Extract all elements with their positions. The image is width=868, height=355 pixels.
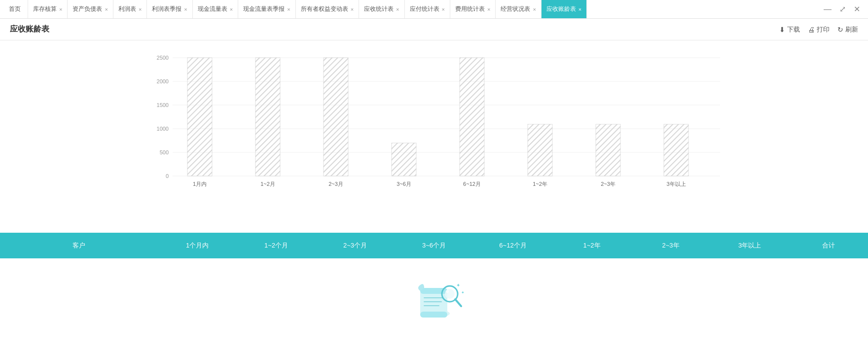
svg-line-30 [455,299,461,306]
th-total: 合计 [789,241,868,250]
tab-home[interactable]: 首页 [2,0,28,19]
bar-1-2year [528,124,552,176]
th-3year-plus: 3年以上 [710,241,789,250]
print-icon: 🖨 [808,26,815,34]
th-6-12month: 6~12个月 [473,241,552,250]
svg-text:2~3月: 2~3月 [328,181,343,187]
tab-yingshou-zl[interactable]: 应收账龄表 × [542,0,587,19]
close-icon[interactable]: × [287,6,290,12]
tab-label: 利润表 [118,5,136,13]
maximize-icon[interactable]: ⤢ [837,3,848,15]
tab-label: 所有者权益变动表 [301,5,348,13]
th-1-2year: 1~2年 [552,241,631,250]
tab-zichan[interactable]: 资产负债表 × [68,0,113,19]
th-2-3year: 2~3年 [631,241,710,250]
svg-text:1月内: 1月内 [193,181,207,187]
download-icon: ⬇ [779,26,785,34]
close-icon[interactable]: × [105,6,108,12]
close-icon[interactable]: × [351,6,354,12]
refresh-button[interactable]: ↻ 刷新 [837,25,858,34]
bar-2-3year [596,124,620,176]
tab-yingfu-tj[interactable]: 应付统计表 × [405,0,450,19]
svg-text:3~6月: 3~6月 [397,181,411,187]
th-1-2month: 1~2个月 [237,241,316,250]
svg-text:0: 0 [166,173,169,179]
svg-text:6~12月: 6~12月 [463,181,481,187]
bar-chart: 2500 2000 1500 1000 500 0 1月内 1~2月 2~3月 … [20,50,848,198]
tab-label: 现金流量表季报 [243,5,285,13]
close-icon[interactable]: × [230,6,233,12]
bar-6-12month [460,58,484,176]
header-actions: ⬇ 下载 🖨 打印 ↻ 刷新 [779,25,858,34]
tab-label: 费用统计表 [455,5,485,13]
svg-text:3年以上: 3年以上 [666,181,686,187]
page-header: 应收账龄表 ⬇ 下载 🖨 打印 ↻ 刷新 [0,19,868,40]
empty-state: ✦ ✦ [0,258,868,322]
empty-illustration: ✦ ✦ [409,273,459,313]
bar-1-2month [255,58,280,176]
tab-label: 利润表季报 [152,5,181,13]
empty-svg: ✦ ✦ [409,273,469,322]
svg-text:✦: ✦ [461,290,465,295]
bar-1month [187,58,212,176]
tab-xianjin[interactable]: 现金流量表 × [193,0,238,19]
close-icon[interactable]: × [579,6,581,12]
page-title: 应收账龄表 [10,24,49,35]
close-icon[interactable]: × [396,6,399,12]
refresh-icon: ↻ [837,26,843,34]
table-header: 客户 1个月内 1~2个月 2~3个月 3~6个月 6~12个月 1~2年 2~… [0,233,868,258]
svg-point-31 [446,290,449,293]
tab-label: 应付统计表 [410,5,439,13]
svg-text:1~2月: 1~2月 [260,181,275,187]
bar-3year-plus [664,124,688,176]
close-icon[interactable]: × [59,6,62,12]
tab-lirun-jibao[interactable]: 利润表季报 × [147,0,192,19]
close-icon[interactable]: × [442,6,445,12]
tab-bar-right: — ⤢ ✕ [822,3,866,15]
bar-3-6month [392,143,416,176]
svg-text:2500: 2500 [157,55,169,61]
svg-rect-24 [420,312,447,318]
print-button[interactable]: 🖨 打印 [808,25,830,34]
tab-label: 现金流量表 [198,5,227,13]
window-close-icon[interactable]: ✕ [852,3,862,15]
tab-label: 应收账龄表 [546,5,576,13]
download-button[interactable]: ⬇ 下载 [779,25,800,34]
tab-label: 应收统计表 [364,5,394,13]
close-icon[interactable]: × [533,6,536,12]
th-customer: 客户 [0,241,158,250]
th-2-3month: 2~3个月 [316,241,395,250]
svg-text:2000: 2000 [157,78,169,84]
tab-bar: 首页 库存核算 × 资产负债表 × 利润表 × 利润表季报 × 现金流量表 × … [0,0,868,19]
svg-text:1~2年: 1~2年 [533,181,547,187]
th-3-6month: 3~6个月 [395,241,473,250]
tab-label: 库存核算 [33,5,57,13]
bar-2-3month [324,58,348,176]
tab-label: 经营状况表 [501,5,530,13]
close-icon[interactable]: × [487,6,490,12]
chart-area: 2500 2000 1500 1000 500 0 1月内 1~2月 2~3月 … [0,40,868,233]
tab-suoyou[interactable]: 所有者权益变动表 × [296,0,359,19]
tab-feiyong[interactable]: 费用统计表 × [450,0,496,19]
svg-text:✦: ✦ [456,283,460,288]
close-icon[interactable]: × [184,6,187,12]
tab-label: 资产负债表 [72,5,102,13]
svg-text:500: 500 [160,149,169,155]
tab-kucun[interactable]: 库存核算 × [28,0,68,19]
minimize-icon[interactable]: — [822,4,833,15]
tab-yingshou-tj[interactable]: 应收统计表 × [359,0,404,19]
svg-text:2~3年: 2~3年 [601,181,615,187]
main-content: 2500 2000 1500 1000 500 0 1月内 1~2月 2~3月 … [0,40,868,355]
svg-text:1000: 1000 [157,126,169,132]
tab-xianjin-jibao[interactable]: 现金流量表季报 × [238,0,295,19]
th-1month: 1个月内 [158,241,237,250]
tab-jingying[interactable]: 经营状况表 × [496,0,541,19]
close-icon[interactable]: × [139,6,142,12]
tab-lirun[interactable]: 利润表 × [113,0,147,19]
svg-text:1500: 1500 [157,102,169,108]
